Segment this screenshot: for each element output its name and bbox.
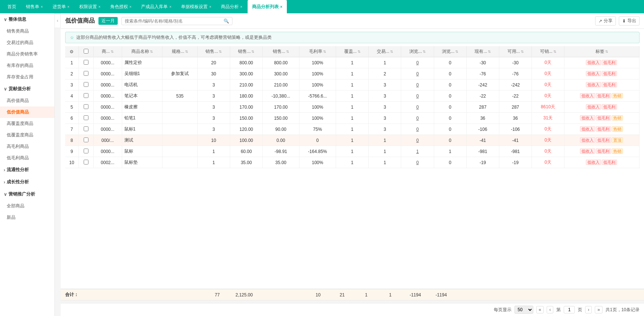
nav-item-purchase[interactable]: 进货单 × — [48, 0, 74, 13]
th-checkbox[interactable] — [78, 46, 93, 57]
row-checkbox[interactable] — [84, 160, 88, 164]
sort-view2-icon[interactable]: ⇅ — [455, 50, 458, 54]
sort-sales-amount-icon[interactable]: ⇅ — [286, 50, 289, 54]
page-number-input[interactable] — [564, 306, 575, 313]
sort-coverage-icon[interactable]: ⇅ — [358, 50, 360, 54]
cell-view1[interactable]: 1 — [401, 146, 434, 157]
th-spec[interactable]: 规格...⇅ — [162, 46, 197, 57]
first-page-btn[interactable]: « — [536, 306, 544, 313]
th-coverage[interactable]: 覆盖...⇅ — [336, 46, 369, 57]
sort-sales-qty-icon[interactable]: ⇅ — [219, 50, 222, 54]
cell-view1[interactable]: 0 — [401, 91, 434, 102]
nav-item-sales[interactable]: 销售单 × — [21, 0, 47, 13]
nav-item-home[interactable]: 首页 — [3, 0, 21, 13]
row-checkbox[interactable] — [84, 71, 88, 76]
sidebar-item-low-margin[interactable]: 低毛利商品 — [0, 152, 54, 164]
sort-name-icon[interactable]: ⇅ — [150, 50, 153, 54]
row-checkbox[interactable] — [84, 104, 88, 109]
sidebar-item-stocked-goods[interactable]: 有库存的商品 — [0, 60, 54, 71]
row-checkbox[interactable] — [84, 126, 88, 131]
close-sales-icon[interactable]: × — [41, 5, 43, 9]
sidebar-collapse-btn[interactable]: ‹ — [55, 13, 61, 28]
close-warehouse-icon[interactable]: × — [169, 5, 171, 9]
sidebar-group-overall[interactable]: ∨ 整体信息 — [0, 13, 54, 26]
sidebar-item-low-value[interactable]: 低价值商品 — [0, 106, 54, 118]
sidebar-group-marketing[interactable]: ∨ 营销推广分析 — [0, 188, 54, 200]
th-tags[interactable]: 标签⇅ — [564, 46, 640, 57]
sort-saleable-icon[interactable]: ⇅ — [553, 50, 556, 54]
sidebar-item-low-coverage[interactable]: 低覆盖度商品 — [0, 129, 54, 141]
close-analysis-icon[interactable]: × — [240, 5, 242, 9]
sidebar-item-new-goods[interactable]: 新品 — [0, 212, 54, 223]
cell-view1[interactable]: 0 — [401, 102, 434, 113]
th-view2[interactable]: 浏览...⇅ — [434, 46, 466, 57]
th-current[interactable]: 现有...⇅ — [466, 46, 499, 57]
per-page-select[interactable]: 50 20 100 — [514, 306, 533, 314]
sort-available-icon[interactable]: ⇅ — [521, 50, 524, 54]
sort-code-icon[interactable]: ⇅ — [111, 50, 114, 54]
th-margin[interactable]: 毛利率⇅ — [299, 46, 336, 57]
th-sales-amount[interactable]: 销售...⇅ — [263, 46, 299, 57]
th-trade[interactable]: 交易...⇅ — [369, 46, 401, 57]
row-checkbox[interactable] — [84, 115, 88, 120]
last-page-btn[interactable]: » — [595, 306, 603, 313]
close-permissions-icon[interactable]: × — [98, 5, 101, 9]
sidebar-item-category-sales-rate[interactable]: 商品分类销售率 — [0, 48, 54, 60]
sidebar-item-all-goods[interactable]: 全部商品 — [0, 200, 54, 212]
th-sales-price[interactable]: 销售...⇅ — [230, 46, 262, 57]
close-template-icon[interactable]: × — [209, 5, 211, 9]
export-button[interactable]: ⬇ 导出 — [619, 16, 640, 26]
select-all-checkbox[interactable] — [84, 49, 88, 54]
th-gear[interactable]: ⚙ — [65, 46, 78, 57]
close-purchase-icon[interactable]: × — [67, 5, 70, 9]
th-saleable[interactable]: 可销...⇅ — [532, 46, 564, 57]
sidebar-item-sales-goods[interactable]: 销售类商品 — [0, 26, 54, 37]
cell-view1[interactable]: 0 — [401, 157, 434, 168]
cell-view1[interactable]: 0 — [401, 113, 434, 124]
nav-item-template[interactable]: 单据模板设置 × — [177, 0, 216, 13]
sort-view1-icon[interactable]: ⇅ — [423, 50, 426, 54]
sort-trade-icon[interactable]: ⇅ — [390, 50, 393, 54]
cell-view1[interactable]: 0 — [401, 57, 434, 68]
row-checkbox[interactable] — [84, 60, 88, 65]
th-view1[interactable]: 浏览...⇅ — [401, 46, 434, 57]
sidebar-item-traded-goods[interactable]: 交易过的商品 — [0, 37, 54, 48]
cell-view1[interactable]: 0 — [401, 79, 434, 91]
nav-item-analysis-list[interactable]: 商品分析列表 × — [248, 0, 287, 13]
nav-item-warehouse[interactable]: 产成品入库单 × — [137, 0, 176, 13]
th-sales-qty[interactable]: 销售...⇅ — [197, 46, 230, 57]
sort-current-icon[interactable]: ⇅ — [488, 50, 491, 54]
search-input[interactable] — [125, 18, 222, 24]
sort-sales-price-icon[interactable]: ⇅ — [251, 50, 254, 54]
close-analysis-list-icon[interactable]: × — [280, 5, 282, 9]
share-button[interactable]: ↗ 分享 — [595, 16, 616, 26]
nav-item-analysis[interactable]: 商品分析 × — [217, 0, 247, 13]
close-roles-icon[interactable]: × — [130, 5, 132, 9]
sidebar-item-high-margin[interactable]: 高毛利商品 — [0, 141, 54, 152]
row-checkbox[interactable] — [84, 93, 88, 98]
sort-margin-icon[interactable]: ⇅ — [323, 50, 326, 54]
sidebar-group-circulation[interactable]: › 流通性分析 — [0, 164, 54, 176]
time-tag-btn[interactable]: 近一月 — [98, 17, 118, 25]
next-page-btn[interactable]: › — [585, 306, 592, 313]
prev-page-btn[interactable]: ‹ — [547, 306, 553, 313]
th-code[interactable]: 商...⇅ — [93, 46, 122, 57]
sidebar-item-inventory-capital[interactable]: 库存资金占用 — [0, 71, 54, 83]
cell-view1[interactable]: 0 — [401, 124, 434, 135]
row-checkbox[interactable] — [84, 82, 88, 87]
sort-spec-icon[interactable]: ⇅ — [185, 50, 188, 54]
nav-item-permissions[interactable]: 权限设置 × — [75, 0, 105, 13]
cell-view1[interactable]: 0 — [401, 135, 434, 146]
sidebar-group-growth[interactable]: › 成长性分析 — [0, 176, 54, 188]
row-checkbox[interactable] — [84, 149, 88, 153]
sidebar-item-high-coverage[interactable]: 高覆盖度商品 — [0, 118, 54, 129]
nav-item-roles[interactable]: 角色授权 × — [106, 0, 136, 13]
sort-tags-icon[interactable]: ⇅ — [605, 50, 608, 54]
row-checkbox[interactable] — [84, 137, 88, 142]
cell-view1[interactable]: 0 — [401, 68, 434, 79]
th-name[interactable]: 商品名称⇅ — [122, 46, 162, 57]
th-available[interactable]: 可用...⇅ — [499, 46, 531, 57]
sidebar-group-contribution[interactable]: ∨ 贡献值分析 — [0, 83, 54, 95]
search-icon[interactable]: 🔍 — [224, 18, 229, 24]
sidebar-item-high-value[interactable]: 高价值商品 — [0, 95, 54, 106]
